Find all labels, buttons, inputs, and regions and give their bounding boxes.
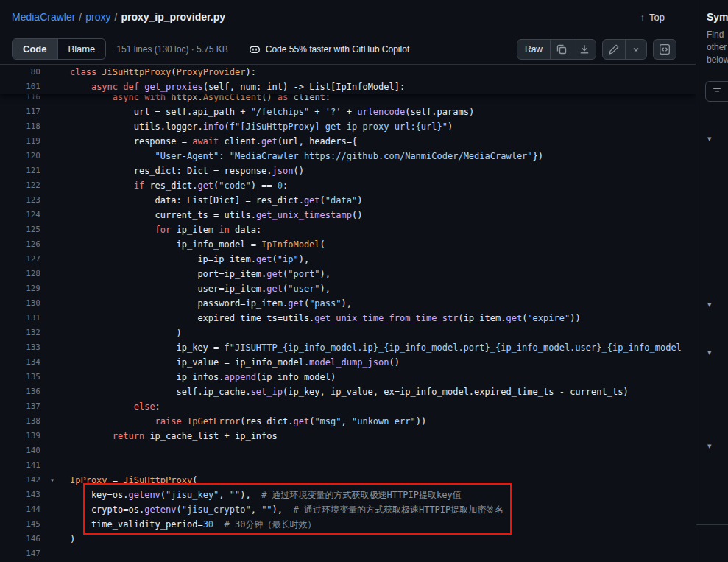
symbols-toggle-button[interactable] <box>653 39 676 60</box>
code-line: 140 <box>0 443 696 458</box>
line-number[interactable]: 145 <box>0 517 40 532</box>
gutter <box>40 164 70 178</box>
gutter <box>40 517 70 532</box>
file-view-page: MediaCrawler/proxy/proxy_ip_provider.py … <box>0 0 728 562</box>
gutter <box>40 267 70 281</box>
edit-button[interactable] <box>602 39 626 60</box>
code-line: 134 ip_value = ip_info_model.model_dump_… <box>0 355 696 370</box>
line-number[interactable]: 142 <box>0 473 40 488</box>
gutter <box>40 443 70 458</box>
chevron-down-icon <box>632 45 640 54</box>
chevron-down-icon[interactable]: ▾ <box>707 348 712 356</box>
code-text: ip=ip_item.get("ip"), <box>70 252 696 267</box>
line-number[interactable]: 146 <box>0 532 40 547</box>
code-blame-toggle: Code Blame <box>12 38 106 60</box>
gutter <box>40 547 70 561</box>
gutter <box>40 65 70 80</box>
code-text: time_validity_period=30 # 30分钟（最长时效） <box>70 517 696 532</box>
gutter <box>40 429 70 443</box>
code-text: ip_value = ip_info_model.model_dump_json… <box>70 355 696 370</box>
symbols-panel-description-line: below <box>707 54 728 66</box>
breadcrumb-repo-link[interactable]: MediaCrawler <box>12 11 75 23</box>
line-number[interactable]: 120 <box>0 149 40 164</box>
line-number[interactable]: 124 <box>0 208 40 222</box>
code-line: 122 if res_dict.get("code") == 0: <box>0 178 696 193</box>
line-number[interactable]: 144 <box>0 502 40 517</box>
chevron-down-icon[interactable]: ▾ <box>707 134 712 143</box>
copy-button[interactable] <box>550 39 573 60</box>
gutter <box>40 281 70 296</box>
gutter <box>40 311 70 326</box>
code-line: 133 ip_key = f"JISUHTTP_{ip_info_model.i… <box>0 340 696 355</box>
code-text: port=ip_item.get("port"), <box>70 267 696 281</box>
sticky-header: 80class JiSuHttpProxy(ProxyProvider):101… <box>0 65 696 94</box>
code-line: 131 expired_time_ts=utils.get_unix_time_… <box>0 311 696 326</box>
code-line: 121 res_dict: Dict = response.json() <box>0 164 696 178</box>
gutter <box>40 340 70 355</box>
code-line: 126 ip_info_model = IpInfoModel( <box>0 237 696 252</box>
line-number[interactable]: 133 <box>0 340 40 355</box>
line-number[interactable]: 125 <box>0 222 40 237</box>
line-number[interactable]: 128 <box>0 267 40 281</box>
code-text: ip_key = f"JISUHTTP_{ip_info_model.ip}_{… <box>70 340 696 355</box>
line-number[interactable]: 119 <box>0 134 40 149</box>
line-number[interactable]: 135 <box>0 370 40 384</box>
symbols-filter-input[interactable] <box>705 81 728 102</box>
edit-dropdown-button[interactable] <box>625 39 647 60</box>
symbols-panel-description-line: Find <box>707 29 728 41</box>
line-number[interactable]: 118 <box>0 119 40 134</box>
code-text: crypto=os.getenv("jisu_crypto", ""), # 通… <box>70 502 696 517</box>
raw-button[interactable]: Raw <box>517 39 551 60</box>
code-text: "User-Agent": "MediaCrawler https://gith… <box>70 149 696 164</box>
line-number[interactable]: 137 <box>0 399 40 414</box>
gutter <box>40 414 70 429</box>
breadcrumb-folder-link[interactable]: proxy <box>85 11 110 23</box>
code-line: 141 <box>0 458 696 473</box>
gutter <box>40 296 70 311</box>
back-to-top-button[interactable]: ↑ Top <box>640 12 665 23</box>
code-text: class JiSuHttpProxy(ProxyProvider): <box>70 65 696 80</box>
line-number[interactable]: 147 <box>0 547 40 561</box>
line-number[interactable]: 140 <box>0 443 40 458</box>
copilot-icon <box>249 43 261 55</box>
line-number[interactable]: 123 <box>0 193 40 208</box>
breadcrumb: MediaCrawler/proxy/proxy_ip_provider.py <box>12 11 225 23</box>
download-button[interactable] <box>573 39 596 60</box>
line-number[interactable]: 136 <box>0 384 40 399</box>
line-number[interactable]: 130 <box>0 296 40 311</box>
line-number[interactable]: 101 <box>0 80 40 94</box>
line-number[interactable]: 143 <box>0 488 40 502</box>
code-line: 138 raise IpGetError(res_dict.get("msg",… <box>0 414 696 429</box>
line-number[interactable]: 139 <box>0 429 40 443</box>
line-number[interactable]: 121 <box>0 164 40 178</box>
fold-chevron-icon[interactable]: ▾ <box>50 473 54 488</box>
chevron-down-icon[interactable]: ▾ <box>707 441 712 450</box>
code-text <box>70 443 696 458</box>
line-number[interactable]: 80 <box>0 65 40 80</box>
line-number[interactable]: 127 <box>0 252 40 267</box>
code-text: ) <box>70 326 696 340</box>
line-number[interactable]: 134 <box>0 355 40 370</box>
chevron-down-icon[interactable]: ▾ <box>707 300 712 309</box>
gutter <box>40 326 70 340</box>
code-line: 142▾IpProxy = JiSuHttpProxy( <box>0 473 696 488</box>
code-line: 144 crypto=os.getenv("jisu_crypto", ""),… <box>0 502 696 517</box>
line-number[interactable]: 129 <box>0 281 40 296</box>
symbols-panel-title: Sym <box>696 0 728 29</box>
symbols-panel: Sym Find other below ▾▾▾▾ <box>696 0 728 562</box>
line-number[interactable]: 122 <box>0 178 40 193</box>
code-text: utils.logger.info(f"[JiSuHttpProxy] get … <box>70 119 696 134</box>
line-number[interactable]: 117 <box>0 105 40 119</box>
line-number[interactable]: 138 <box>0 414 40 429</box>
code-line: 120 "User-Agent": "MediaCrawler https://… <box>0 149 696 164</box>
line-number[interactable]: 126 <box>0 237 40 252</box>
line-number[interactable]: 141 <box>0 458 40 473</box>
breadcrumb-bar: MediaCrawler/proxy/proxy_ip_provider.py … <box>0 0 696 34</box>
line-number[interactable]: 132 <box>0 326 40 340</box>
tab-code[interactable]: Code <box>13 39 57 59</box>
tab-blame[interactable]: Blame <box>57 39 106 59</box>
file-meta: 151 lines (130 loc) · 5.75 KB <box>116 44 227 55</box>
code-line: 146) <box>0 532 696 547</box>
line-number[interactable]: 131 <box>0 311 40 326</box>
copilot-badge[interactable]: Code 55% faster with GitHub Copilot <box>249 43 409 55</box>
